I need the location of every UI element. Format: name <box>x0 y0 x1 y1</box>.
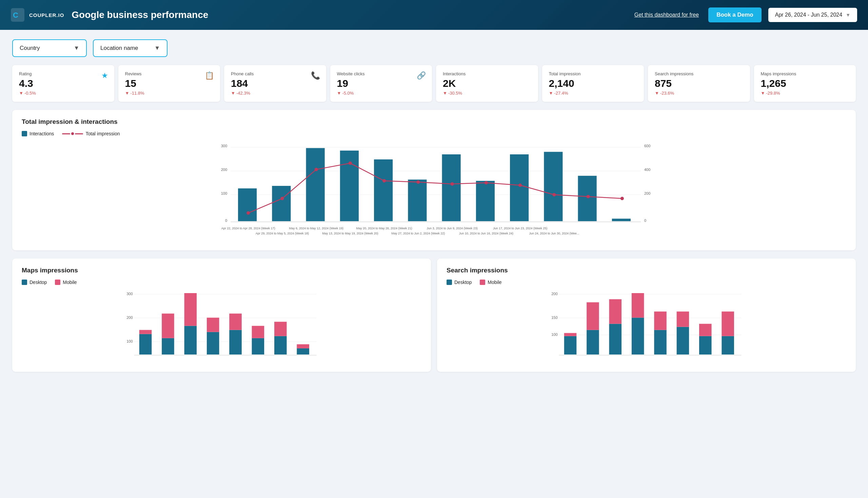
bar-9 <box>544 152 562 221</box>
kpi-arrow-interactions: ▼ <box>443 91 447 96</box>
svg-text:C: C <box>13 11 18 19</box>
kpi-card-website_clicks: Website clicks 🔗 19 ▼ -5.0% <box>330 65 432 102</box>
maps-desktop-bar-7 <box>297 349 309 354</box>
kpi-icon-phone_calls: 📞 <box>311 71 320 80</box>
date-range-label: Apr 26, 2024 - Jun 25, 2024 <box>775 12 842 18</box>
svg-text:200: 200 <box>644 191 650 195</box>
search-mobile-bar-6 <box>699 324 712 336</box>
kpi-icon-website_clicks: 🔗 <box>417 71 426 80</box>
search-desktop-bar-0 <box>564 336 577 354</box>
search-mobile-bar-5 <box>677 311 689 327</box>
kpi-value-interactions: 2K <box>443 78 531 89</box>
maps-mobile-bar-1 <box>162 313 174 338</box>
kpi-value-phone_calls: 184 <box>231 78 319 89</box>
svg-text:150: 150 <box>551 315 558 319</box>
line-dot-7 <box>484 181 488 185</box>
get-dashboard-link[interactable]: Get this dashboard for free <box>635 12 699 18</box>
search-impressions-panel: Search impressions Desktop Mobile 200 15… <box>437 259 856 372</box>
legend-total-impression: Total impression <box>62 131 120 136</box>
kpi-change-phone_calls: ▼ -42.3% <box>231 91 319 96</box>
legend-line-segment2 <box>75 133 83 134</box>
maps-mobile-bar-0 <box>139 330 152 334</box>
search-mobile-bar-0 <box>564 333 577 336</box>
kpi-arrow-total_impression: ▼ <box>549 91 553 96</box>
maps-chart-title: Maps impressions <box>22 267 422 274</box>
search-mobile-bar-1 <box>587 302 599 330</box>
kpi-card-interactions: Interactions 2K ▼ -30.5% <box>436 65 538 102</box>
x-label-bot-0: Apr 29, 2024 to May 5, 2024 (Week 18) <box>256 232 309 235</box>
maps-impressions-svg: 300 200 100 <box>22 289 422 364</box>
maps-desktop-bar-6 <box>274 336 287 354</box>
total-chart-title: Total impression & interactions <box>22 118 846 126</box>
kpi-value-website_clicks: 19 <box>337 78 426 89</box>
maps-mobile-bar-4 <box>229 313 242 330</box>
kpi-value-rating: 4.3 <box>19 78 107 89</box>
logo-text: COUPLER.IO <box>29 12 64 18</box>
search-desktop-bar-1 <box>587 330 599 354</box>
legend-interactions-box <box>22 131 27 136</box>
svg-text:0: 0 <box>225 219 227 223</box>
legend-line-segment <box>62 133 70 134</box>
country-filter[interactable]: Country ▼ <box>12 39 87 57</box>
kpi-card-total_impression: Total impression 2,140 ▼ -27.4% <box>542 65 644 102</box>
maps-legend-desktop: Desktop <box>22 279 47 285</box>
svg-text:100: 100 <box>126 339 133 343</box>
line-dot-5 <box>416 181 420 184</box>
bar-1 <box>272 186 291 221</box>
legend-interactions: Interactions <box>22 131 54 136</box>
search-legend-mobile: Mobile <box>480 279 502 285</box>
line-dot-9 <box>552 193 556 196</box>
svg-text:200: 200 <box>221 168 227 172</box>
kpi-label-website_clicks: Website clicks <box>337 71 426 76</box>
kpi-label-reviews: Reviews <box>125 71 214 76</box>
chevron-down-icon: ▼ <box>154 45 160 52</box>
legend-interactions-label: Interactions <box>29 131 54 136</box>
x-label-top-4: Jun 17, 2024 to Jun 23, 2024 (Week 25) <box>493 227 547 230</box>
svg-text:300: 300 <box>126 292 133 296</box>
total-impression-line <box>248 163 622 213</box>
svg-text:400: 400 <box>644 168 650 172</box>
maps-desktop-bar-3 <box>207 332 219 354</box>
kpi-value-maps_impressions: 1,265 <box>761 78 849 89</box>
maps-mobile-label: Mobile <box>63 279 77 285</box>
maps-mobile-bar-3 <box>207 317 219 332</box>
search-mobile-bar-7 <box>722 311 734 336</box>
kpi-card-rating: Rating ★ 4.3 ▼ -0.5% <box>12 65 114 102</box>
kpi-label-search_impressions: Search impressions <box>655 71 743 76</box>
kpi-card-search_impressions: Search impressions 875 ▼ -23.6% <box>648 65 750 102</box>
page-title: Google business performance <box>71 10 208 21</box>
svg-text:100: 100 <box>551 332 558 337</box>
total-impression-chart-panel: Total impression & interactions Interact… <box>12 110 856 250</box>
kpi-icon-reviews: 📋 <box>205 71 214 80</box>
search-legend-desktop: Desktop <box>446 279 472 285</box>
search-mobile-bar-2 <box>609 299 622 324</box>
main-content: Country ▼ Location name ▼ Rating ★ 4.3 ▼… <box>0 30 868 381</box>
kpi-change-reviews: ▼ -11.8% <box>125 91 214 96</box>
maps-desktop-bar-4 <box>229 330 242 354</box>
maps-impressions-panel: Maps impressions Desktop Mobile 300 200 … <box>12 259 431 372</box>
maps-desktop-label: Desktop <box>29 279 47 285</box>
date-range-selector[interactable]: Apr 26, 2024 - Jun 25, 2024 ▼ <box>768 8 857 22</box>
kpi-card-maps_impressions: Maps impressions 1,265 ▼ -29.8% <box>754 65 856 102</box>
svg-text:200: 200 <box>126 315 133 319</box>
maps-desktop-box <box>22 279 27 285</box>
search-desktop-bar-7 <box>722 336 734 354</box>
bar-11 <box>612 219 631 221</box>
country-label: Country <box>20 45 40 52</box>
bar-3 <box>340 150 359 221</box>
x-label-bot-2: May 27, 2024 to Jun 2, 2024 (Week 22) <box>391 232 445 235</box>
location-filter[interactable]: Location name ▼ <box>93 39 168 57</box>
kpi-change-interactions: ▼ -30.5% <box>443 91 531 96</box>
kpi-card-reviews: Reviews 📋 15 ▼ -11.8% <box>118 65 221 102</box>
search-desktop-bar-5 <box>677 327 689 354</box>
line-dot-1 <box>280 197 284 200</box>
bar-6 <box>442 154 461 221</box>
search-legend: Desktop Mobile <box>446 279 846 285</box>
book-demo-button[interactable]: Book a Demo <box>708 8 762 22</box>
search-desktop-bar-2 <box>609 324 622 355</box>
maps-mobile-bar-7 <box>297 344 309 349</box>
maps-mobile-bar-5 <box>252 326 265 338</box>
bar-5 <box>408 180 427 221</box>
legend-dot <box>71 132 74 135</box>
kpi-icon-rating: ★ <box>102 71 108 80</box>
